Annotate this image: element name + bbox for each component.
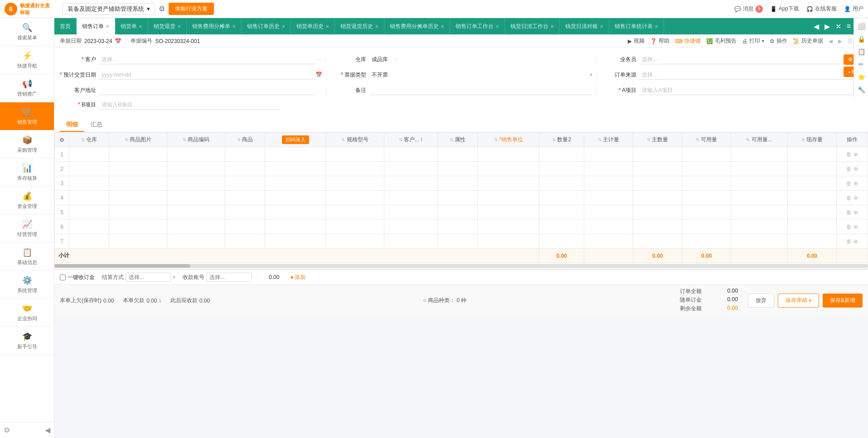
invoice-type-dropdown-icon[interactable]: ▾: [590, 72, 592, 78]
th-warehouse[interactable]: ⇅ 仓库: [69, 133, 109, 147]
date-value[interactable]: 2023-03-24: [84, 38, 112, 44]
save-new-button[interactable]: 保存&新增: [823, 294, 863, 308]
delivery-date-input[interactable]: [99, 70, 313, 80]
copy-row-icon[interactable]: ⊕: [853, 151, 858, 158]
sidebar-item-system[interactable]: ⚙️ 系统管理: [0, 271, 54, 299]
delete-row-icon[interactable]: 🗑: [846, 209, 852, 216]
help-btn[interactable]: ❓ 帮助: [650, 37, 669, 45]
history-btn[interactable]: 📜 历史单据: [793, 37, 823, 45]
sidebar-item-collab[interactable]: 🤝 企业协同: [0, 299, 54, 327]
th-main-unit[interactable]: ⇅ 主计量: [584, 133, 633, 147]
close-tab-icon[interactable]: ✕: [600, 24, 603, 29]
copy-row-icon[interactable]: ⊕: [853, 195, 858, 201]
tab-home[interactable]: 首页: [54, 18, 77, 34]
sidebar-item-search[interactable]: 🔍 搜索菜单: [0, 18, 54, 46]
close-tab-icon[interactable]: ✕: [281, 24, 285, 29]
settings-icon[interactable]: ⚙: [159, 5, 165, 13]
tab-sales-order[interactable]: 销售订单 ✕: [77, 18, 115, 34]
th-product-code[interactable]: ⇅ 商品编码: [167, 133, 225, 147]
sidebar-settings-btn[interactable]: ⚙: [4, 426, 10, 434]
col-settings-icon[interactable]: ⚙: [59, 137, 64, 143]
table-scrollbar[interactable]: [54, 264, 868, 270]
app-download[interactable]: 📱 App下载: [770, 5, 799, 13]
remark-input[interactable]: [369, 86, 592, 95]
table-scroll[interactable]: ⚙ ⇅ 仓库 ⇅ 商品图片: [54, 132, 868, 263]
sidebar-item-sales[interactable]: 🛒 销售管理: [0, 102, 54, 130]
customer-input[interactable]: [99, 55, 315, 64]
date-picker-icon[interactable]: 📅: [315, 72, 322, 78]
project-b-input[interactable]: [99, 100, 280, 110]
th-settings[interactable]: ⚙: [55, 133, 69, 147]
tab-sales-history[interactable]: 销售订单历史 ✕: [242, 18, 291, 34]
close-tab-icon[interactable]: ✕: [232, 24, 236, 29]
payment-method-input[interactable]: [126, 273, 171, 282]
close-tab-icon[interactable]: ✕: [550, 24, 554, 29]
save-draft-button[interactable]: 保存草稿 ▾: [778, 294, 819, 308]
sidebar-item-guide[interactable]: 🎓 新手引导: [0, 327, 54, 355]
sidebar-item-finance[interactable]: 💰 资金管理: [0, 187, 54, 215]
th-sales-unit[interactable]: ⇅ *销售单位: [478, 133, 539, 147]
tab-close-btn[interactable]: ✕: [833, 22, 844, 31]
rsi-btn-1[interactable]: ⬜: [856, 21, 867, 32]
account-input[interactable]: [206, 273, 252, 282]
add-button[interactable]: ● 添加: [290, 274, 305, 281]
video-btn[interactable]: ▶ 视频: [628, 37, 645, 45]
sidebar-item-purchase[interactable]: 📦 采购管理: [0, 130, 54, 159]
th-current-stock[interactable]: ⇅ 现存量: [788, 133, 837, 147]
one-click-input[interactable]: [60, 274, 66, 280]
delete-row-icon[interactable]: 🗑: [846, 195, 852, 201]
sidebar-item-inventory[interactable]: 📊 库存核算: [0, 159, 54, 187]
delete-row-icon[interactable]: 🗑: [846, 238, 852, 245]
rsi-btn-3[interactable]: 📋: [856, 46, 867, 57]
tab-menu-btn[interactable]: ≡: [844, 22, 853, 30]
close-tab-icon[interactable]: ✕: [106, 24, 109, 29]
tab-detail[interactable]: 明细: [60, 118, 84, 132]
close-tab-icon[interactable]: ✕: [375, 24, 378, 29]
tab-next-btn[interactable]: ▶: [822, 22, 833, 31]
nav-prev-icon[interactable]: ◀: [829, 38, 833, 44]
one-click-checkbox[interactable]: 一键收订金: [60, 274, 95, 281]
tab-sales-return[interactable]: 销货退货 ✕: [148, 18, 187, 34]
address-input[interactable]: [99, 86, 315, 95]
th-product[interactable]: ⇅ 商品: [225, 133, 265, 147]
system-name[interactable]: 装备及固定资产辅助管理系统 ▾: [63, 3, 155, 15]
th-scan[interactable]: 扫码录入: [265, 133, 326, 147]
copy-row-icon[interactable]: ⊕: [853, 166, 858, 172]
message-item[interactable]: 💬 消息 9: [734, 5, 763, 13]
operation-btn[interactable]: ⚙ 操作: [770, 37, 787, 45]
sidebar-item-quick[interactable]: ⚡ 快捷导航: [0, 46, 54, 74]
salesman-input[interactable]: [639, 55, 855, 64]
project-a-input[interactable]: [639, 86, 863, 95]
address-more-icon[interactable]: ···: [318, 87, 322, 93]
nav-next-icon[interactable]: ▶: [838, 38, 842, 44]
tab-prev-btn[interactable]: ◀: [811, 22, 822, 31]
tab-sales-goods[interactable]: 销货单 ✕: [115, 18, 148, 34]
sidebar-item-basic[interactable]: 📋 基础信息: [0, 243, 54, 271]
save-draft-dropdown-icon[interactable]: ▾: [809, 298, 811, 303]
rsi-btn-4[interactable]: ✏: [856, 59, 867, 70]
payment-dropdown-icon[interactable]: ▾: [173, 274, 175, 280]
shortcut-btn[interactable]: ⌨ 快捷键: [675, 37, 701, 45]
close-tab-icon[interactable]: ✕: [177, 24, 181, 29]
th-product-img[interactable]: ⇅ 商品图片: [109, 133, 167, 147]
th-spec[interactable]: ⇅ 规格型号: [326, 133, 384, 147]
tab-daily-clear[interactable]: 钱货日清工作台 ✕: [505, 18, 560, 34]
warehouse-more-icon[interactable]: ···: [393, 56, 398, 63]
rsi-btn-6[interactable]: 🔧: [856, 84, 867, 95]
tab-reconcile[interactable]: 钱货日清对账 ✕: [560, 18, 609, 34]
solution-button[interactable]: 体验行业方案: [169, 3, 214, 15]
delete-row-icon[interactable]: 🗑: [846, 166, 852, 172]
close-tab-icon[interactable]: ✕: [441, 24, 444, 29]
delete-row-icon[interactable]: 🗑: [846, 151, 852, 158]
tab-summary[interactable]: 汇总: [84, 118, 109, 132]
rsi-btn-2[interactable]: 🔒: [856, 34, 867, 44]
order-source-input[interactable]: [639, 70, 857, 80]
profit-btn[interactable]: 💹 毛利预告: [706, 37, 737, 45]
th-main-qty[interactable]: ⇅ 主数量: [633, 133, 682, 147]
user-menu[interactable]: 👤 用户: [844, 5, 863, 13]
sidebar-item-marketing[interactable]: 📢 营销推广: [0, 74, 54, 102]
delete-row-icon[interactable]: 🗑: [846, 180, 852, 187]
th-qty2[interactable]: ⇅ 数量2: [539, 133, 584, 147]
close-tab-icon[interactable]: ✕: [325, 24, 329, 29]
delete-row-icon[interactable]: 🗑: [846, 224, 852, 230]
